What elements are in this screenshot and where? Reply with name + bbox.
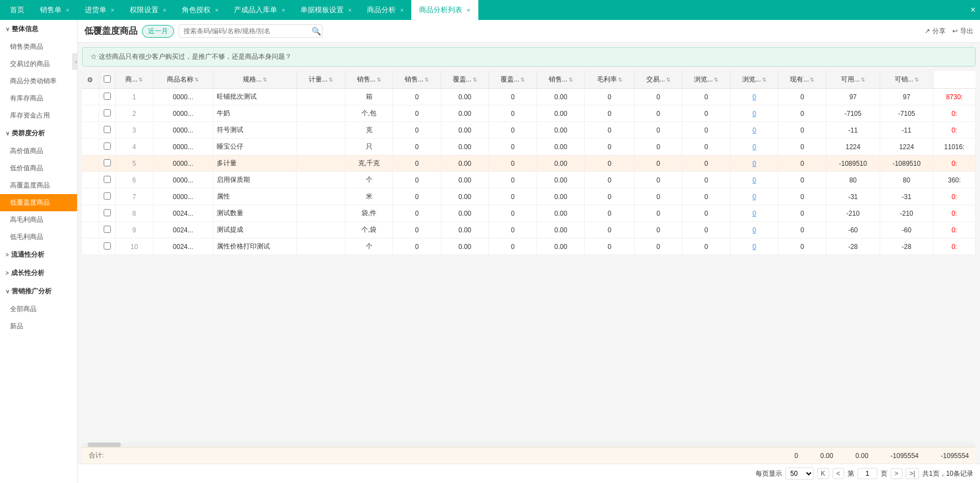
row-browse1[interactable]: 0 bbox=[730, 139, 778, 155]
row-checkbox[interactable] bbox=[99, 222, 115, 238]
search-input[interactable] bbox=[178, 24, 323, 38]
col-unit[interactable]: 计量...⇅ bbox=[297, 71, 345, 89]
sidebar-item-stocked-goods[interactable]: 有库存商品 bbox=[0, 90, 77, 107]
col-stock2[interactable]: 可用...⇅ bbox=[826, 71, 880, 89]
close-all-button[interactable]: × bbox=[971, 5, 976, 15]
sidebar-item-high-coverage[interactable]: 高覆盖度商品 bbox=[0, 177, 77, 194]
nav-tab-template[interactable]: 单据模板设置 × bbox=[293, 0, 359, 20]
search-icon[interactable]: 🔍 bbox=[312, 27, 321, 35]
row-checkbox[interactable] bbox=[99, 139, 115, 155]
col-sales3[interactable]: 销售...⇅ bbox=[537, 71, 585, 89]
row-checkbox[interactable] bbox=[99, 189, 115, 205]
close-icon[interactable]: × bbox=[111, 7, 114, 13]
row-select-checkbox[interactable] bbox=[104, 226, 111, 233]
sidebar-item-low-coverage[interactable]: 低覆盖度商品 bbox=[0, 194, 77, 211]
select-all-checkbox[interactable] bbox=[104, 75, 111, 83]
page-number-input[interactable] bbox=[858, 468, 877, 479]
row-stock3: 0: bbox=[933, 155, 976, 172]
col-stock1[interactable]: 现有...⇅ bbox=[778, 71, 826, 89]
nav-tab-product[interactable]: 产成品入库单 × bbox=[226, 0, 293, 20]
sidebar-item-sales-goods[interactable]: 销售类商品 bbox=[0, 38, 77, 55]
row-checkbox[interactable] bbox=[99, 89, 115, 105]
sidebar-section-overview[interactable]: ∨ 整体信息 bbox=[0, 20, 77, 38]
row-select-checkbox[interactable] bbox=[104, 176, 111, 183]
row-checkbox[interactable] bbox=[99, 172, 115, 189]
row-checkbox[interactable] bbox=[99, 155, 115, 172]
row-browse1[interactable]: 0 bbox=[730, 172, 778, 189]
row-select-checkbox[interactable] bbox=[104, 242, 111, 250]
col-browse2[interactable]: 浏览...⇅ bbox=[730, 71, 778, 89]
col-sales-qty[interactable]: 销售...⇅ bbox=[345, 71, 393, 89]
scrollbar-thumb[interactable] bbox=[88, 443, 121, 447]
col-spec[interactable]: 规格...⇅ bbox=[213, 71, 297, 89]
sidebar-section-growth[interactable]: > 成长性分析 bbox=[0, 264, 77, 282]
prev-page-button[interactable]: < bbox=[833, 468, 844, 479]
nav-tab-sales[interactable]: 销售单 × bbox=[32, 0, 77, 20]
row-browse1[interactable]: 0 bbox=[730, 105, 778, 122]
col-sales-amt[interactable]: 销售...⇅ bbox=[393, 71, 441, 89]
col-browse1[interactable]: 浏览...⇅ bbox=[682, 71, 731, 89]
sidebar-item-new-goods[interactable]: 新品 bbox=[0, 318, 77, 335]
row-select-checkbox[interactable] bbox=[104, 159, 111, 166]
sidebar-item-traded-goods[interactable]: 交易过的商品 bbox=[0, 55, 77, 73]
row-select-checkbox[interactable] bbox=[104, 192, 111, 200]
sidebar-item-low-value[interactable]: 低价值商品 bbox=[0, 160, 77, 177]
row-browse1[interactable]: 0 bbox=[730, 122, 778, 139]
row-browse1[interactable]: 0 bbox=[730, 189, 778, 205]
sidebar-item-high-margin[interactable]: 高毛利商品 bbox=[0, 211, 77, 228]
close-icon[interactable]: × bbox=[282, 7, 285, 13]
close-icon[interactable]: × bbox=[348, 7, 351, 13]
row-sales3: 0 bbox=[585, 155, 635, 172]
row-select-checkbox[interactable] bbox=[104, 126, 111, 133]
row-browse1[interactable]: 0 bbox=[730, 89, 778, 105]
row-browse1[interactable]: 0 bbox=[730, 205, 778, 222]
row-checkbox[interactable] bbox=[99, 205, 115, 222]
col-code[interactable]: 商...⇅ bbox=[115, 71, 153, 89]
row-select-checkbox[interactable] bbox=[104, 209, 111, 216]
row-browse1[interactable]: 0 bbox=[730, 155, 778, 172]
first-page-button[interactable]: K bbox=[817, 468, 829, 479]
nav-tab-home[interactable]: 首页 bbox=[2, 0, 32, 20]
page-size-select[interactable]: 50 100 200 bbox=[785, 467, 814, 480]
close-icon[interactable]: × bbox=[467, 7, 470, 13]
sidebar-item-all-goods[interactable]: 全部商品 bbox=[0, 301, 77, 318]
col-cover1[interactable]: 覆盖...⇅ bbox=[441, 71, 489, 89]
close-icon[interactable]: × bbox=[400, 7, 404, 13]
sidebar-item-inventory-capital[interactable]: 库存资金占用 bbox=[0, 107, 77, 124]
row-checkbox[interactable] bbox=[99, 122, 115, 139]
horizontal-scrollbar[interactable] bbox=[82, 443, 976, 447]
sidebar-collapse-button[interactable]: « bbox=[72, 53, 78, 70]
row-browse1[interactable]: 0 bbox=[730, 222, 778, 238]
sidebar-item-category-sales-rate[interactable]: 商品分类动销率 bbox=[0, 73, 77, 90]
sidebar-section-marketing[interactable]: ∨ 营销推广分析 bbox=[0, 282, 77, 301]
col-stock3[interactable]: 可销...⇅ bbox=[880, 71, 933, 89]
col-name[interactable]: 商品名称⇅ bbox=[153, 71, 213, 89]
nav-tab-permission[interactable]: 权限设置 × bbox=[122, 0, 174, 20]
nav-tab-analysis-list[interactable]: 商品分析列表 × bbox=[411, 0, 478, 20]
share-button[interactable]: ↗ 分享 bbox=[925, 27, 946, 36]
last-page-button[interactable]: >| bbox=[906, 468, 919, 479]
close-icon[interactable]: × bbox=[163, 7, 166, 13]
row-select-checkbox[interactable] bbox=[104, 143, 111, 150]
sidebar-section-cluster[interactable]: ∨ 类群度分析 bbox=[0, 124, 77, 143]
nav-tab-analysis[interactable]: 商品分析 × bbox=[359, 0, 411, 20]
filter-period-button[interactable]: 近一月 bbox=[142, 25, 174, 38]
row-select-checkbox[interactable] bbox=[104, 109, 111, 116]
nav-tab-purchase[interactable]: 进货单 × bbox=[77, 0, 122, 20]
row-checkbox[interactable] bbox=[99, 105, 115, 122]
col-settings[interactable]: ⚙ bbox=[82, 71, 99, 89]
col-cover2[interactable]: 覆盖...⇅ bbox=[489, 71, 537, 89]
close-icon[interactable]: × bbox=[215, 7, 218, 13]
row-select-checkbox[interactable] bbox=[104, 93, 111, 100]
row-browse1[interactable]: 0 bbox=[730, 238, 778, 255]
col-gross[interactable]: 毛利率⇅ bbox=[585, 71, 635, 89]
row-checkbox[interactable] bbox=[99, 238, 115, 255]
next-page-button[interactable]: > bbox=[891, 468, 902, 479]
sidebar-section-liquidity[interactable]: > 流通性分析 bbox=[0, 246, 77, 264]
export-button[interactable]: ↩ 导出 bbox=[952, 27, 973, 36]
close-icon[interactable]: × bbox=[66, 7, 69, 13]
nav-tab-role[interactable]: 角色授权 × bbox=[174, 0, 226, 20]
sidebar-item-high-value[interactable]: 高价值商品 bbox=[0, 143, 77, 160]
sidebar-item-low-margin[interactable]: 低毛利商品 bbox=[0, 228, 77, 246]
col-trade[interactable]: 交易...⇅ bbox=[634, 71, 682, 89]
